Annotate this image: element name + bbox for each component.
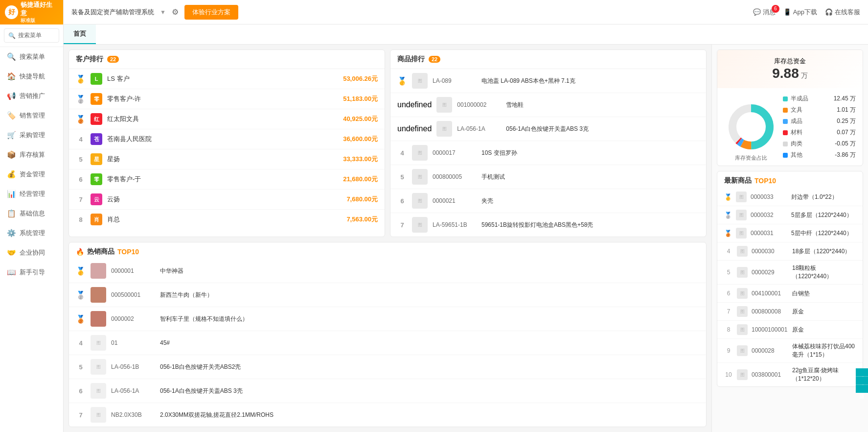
sidebar-item-operation[interactable]: 📊 经营管理 bbox=[0, 184, 63, 204]
customer-rank-item: 🥇 L LS 客户 53,006.26元 bbox=[69, 69, 385, 89]
product-code: 001000002 bbox=[457, 101, 501, 108]
sidebar-item-system[interactable]: ⚙️ 系统管理 bbox=[0, 223, 63, 243]
product-name: 手机测试 bbox=[481, 173, 699, 181]
product-rank-list: 🥇 图 LA-089 电池盖 LA-089 ABS本色+黑种 7.1克 unde… bbox=[390, 69, 706, 237]
customer-avatar: 零 bbox=[91, 173, 102, 185]
customer-rank-item: 4 苍 苍南县人民医院 36,600.00元 bbox=[69, 129, 385, 149]
latest-name: 白钢垫 bbox=[792, 289, 856, 298]
hot-product-item: 7 图 NB2.0X30B 2.0X30MM双搓花轴,搓花直径2.1MM/ROH… bbox=[69, 403, 706, 427]
customer-rank-item: 5 星 星扬 33,333.00元 bbox=[69, 149, 385, 169]
page-tabs: 首页 bbox=[64, 24, 868, 45]
legend-name: 文具 bbox=[791, 106, 834, 114]
sidebar-search-area: 🔍 搜索菜单 bbox=[0, 24, 63, 47]
latest-thumb: 图 bbox=[736, 228, 747, 239]
latest-name: 原金 bbox=[792, 326, 856, 334]
sidebar-nav: 🔍 搜索菜单🏠 快捷导航📢 营销推广🏷️ 销售管理🛒 采购管理📦 库存核算💰 资… bbox=[0, 47, 63, 432]
tab-home[interactable]: 首页 bbox=[64, 24, 96, 44]
latest-thumb: 图 bbox=[737, 324, 748, 335]
product-name: 中华神器 bbox=[160, 267, 699, 275]
customer-name: 零售客户-许 bbox=[107, 95, 338, 103]
product-thumb: 图 bbox=[436, 121, 452, 137]
product-code: 0000002 bbox=[111, 315, 155, 322]
product-code: NB2.0X30B bbox=[111, 411, 155, 418]
fire-icon: 🔥 bbox=[76, 248, 84, 256]
medal-icon: 🥇 bbox=[76, 266, 86, 276]
rank-number: 8 bbox=[76, 216, 86, 223]
customer-name: 云扬 bbox=[107, 195, 342, 204]
hot-products-list: 🥇 0000001 中华神器 🥈 000500001 新西兰牛肉（新牛） 🥉 0… bbox=[69, 259, 706, 427]
legend-value: 0.07 万 bbox=[837, 128, 856, 137]
trial-button[interactable]: 体验行业方案 bbox=[184, 5, 238, 20]
purchase-nav-icon: 🛒 bbox=[7, 131, 16, 140]
product-name: 056-1B白色按键开关壳ABS2壳 bbox=[160, 363, 699, 371]
sidebar-item-sales[interactable]: 🏷️ 销售管理 bbox=[0, 106, 63, 125]
customer-rank-item: 7 云 云扬 7,680.00元 bbox=[69, 190, 385, 210]
rank-number: 8 bbox=[724, 326, 733, 333]
medal-icon: 🥉 bbox=[76, 115, 86, 124]
latest-code: 0000028 bbox=[752, 347, 788, 354]
rank-number: 6 bbox=[76, 387, 86, 395]
dropdown-arrow-icon[interactable]: ▼ bbox=[160, 9, 166, 16]
product-rank-item: 6 图 0000021 夹壳 bbox=[390, 189, 706, 213]
latest-thumb: 图 bbox=[737, 267, 748, 278]
latest-product-item: 10 图 003800001 22g鱼豆腐·烧烤味（1*12*20） bbox=[717, 363, 863, 386]
float-btn-服务社区[interactable]: 服务社区 bbox=[856, 377, 868, 385]
latest-product-item: 5 图 0000029 18颗粒板（1220*2440） bbox=[717, 261, 863, 285]
sidebar-label-finance: 资金管理 bbox=[20, 170, 45, 179]
medal-icon: 🥇 bbox=[397, 76, 407, 86]
sidebar-item-inventory[interactable]: 📦 库存核算 bbox=[0, 145, 63, 165]
legend-value: 12.45 万 bbox=[834, 95, 856, 103]
float-btn-客服热线[interactable]: 客服热线 bbox=[856, 368, 868, 377]
topbar-right: 💬 消息 6 📱 App下载 🎧 在线客服 bbox=[753, 8, 860, 17]
rank-number: 5 bbox=[76, 363, 86, 371]
logo-icon: 好 bbox=[5, 5, 18, 19]
product-name: 电池盖 LA-089 ABS本色+黑种 7.1克 bbox=[481, 77, 699, 85]
product-code: 01 bbox=[111, 339, 155, 346]
hot-product-item: 4 图 01 45# bbox=[69, 331, 706, 355]
content: 客户排行 22 🥇 L LS 客户 53,006.26元 🥈 零 零售客户-许 … bbox=[64, 45, 868, 432]
latest-thumb: 图 bbox=[736, 210, 747, 220]
customer-value: 7,563.00元 bbox=[346, 215, 378, 224]
chart-label: 库存资金占比 bbox=[724, 154, 778, 162]
app-download-btn[interactable]: 📱 App下载 bbox=[783, 8, 817, 17]
product-code: 0000017 bbox=[433, 149, 477, 156]
customer-rank-title: 客户排行 bbox=[76, 55, 103, 64]
customer-rank-header: 客户排行 22 bbox=[69, 50, 385, 69]
sidebar-item-purchase[interactable]: 🛒 采购管理 bbox=[0, 125, 63, 145]
product-rank-badge: 22 bbox=[429, 56, 440, 63]
sidebar-item-quick[interactable]: 🏠 快捷导航 bbox=[0, 67, 63, 86]
latest-code: 0000031 bbox=[751, 230, 787, 237]
customer-avatar: 红 bbox=[91, 113, 102, 125]
medal-icon: 🥉 bbox=[76, 314, 86, 324]
sidebar-label-operation: 经营管理 bbox=[20, 190, 45, 198]
legend-dot bbox=[783, 96, 788, 101]
message-btn[interactable]: 💬 消息 6 bbox=[753, 8, 776, 17]
sidebar-item-finance[interactable]: 💰 资金管理 bbox=[0, 165, 63, 184]
hot-products-title: 🔥 热销商品 TOP10 bbox=[69, 242, 706, 259]
sidebar-label-purchase: 采购管理 bbox=[20, 131, 45, 140]
customer-rank-panel: 客户排行 22 🥇 L LS 客户 53,006.26元 🥈 零 零售客户-许 … bbox=[69, 49, 385, 237]
customer-avatar: 云 bbox=[91, 193, 102, 205]
search-menu-button[interactable]: 🔍 搜索菜单 bbox=[4, 28, 59, 43]
gear-icon[interactable]: ⚙ bbox=[172, 7, 179, 17]
legend-item: 文具 1.01 万 bbox=[783, 104, 856, 116]
legend-item: 成品 0.25 万 bbox=[783, 116, 856, 127]
sidebar-item-guide[interactable]: 📖 新手引导 bbox=[0, 263, 63, 282]
legend-item: 其他 -3.86 万 bbox=[783, 149, 856, 161]
product-rank-item: 4 图 0000017 10S 变扭罗孙 bbox=[390, 141, 706, 165]
latest-thumb: 图 bbox=[737, 345, 748, 356]
cooperation-nav-icon: 🤝 bbox=[7, 248, 16, 257]
online-service-btn[interactable]: 🎧 在线客服 bbox=[825, 8, 860, 17]
sidebar-item-search[interactable]: 🔍 搜索菜单 bbox=[0, 47, 63, 67]
phone-icon: 📱 bbox=[783, 8, 791, 16]
legend-name: 其他 bbox=[791, 151, 832, 159]
sidebar-item-basic[interactable]: 📋 基础信息 bbox=[0, 204, 63, 223]
sidebar-label-marketing: 营销推广 bbox=[20, 92, 45, 100]
float-btn-直播[interactable]: 直播 bbox=[856, 385, 868, 393]
sidebar-item-marketing[interactable]: 📢 营销推广 bbox=[0, 86, 63, 106]
search-icon: 🔍 bbox=[8, 32, 16, 39]
sidebar-item-cooperation[interactable]: 🤝 企业协同 bbox=[0, 243, 63, 263]
rank-number: 7 bbox=[76, 411, 86, 419]
inventory-legend: 半成品 12.45 万 文具 1.01 万 成品 0.25 万 材料 0.07 … bbox=[783, 93, 856, 161]
customer-name: 红太阳文具 bbox=[107, 115, 338, 123]
